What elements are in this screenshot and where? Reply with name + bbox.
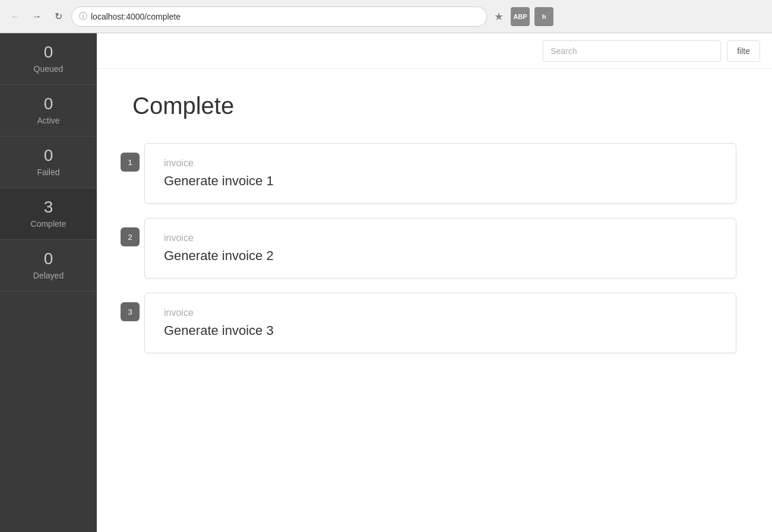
job-card-type: invoice — [164, 233, 717, 243]
extension-2[interactable]: h — [534, 7, 553, 26]
sidebar-item-queued[interactable]: 0 Queued — [0, 33, 97, 85]
top-bar: filte — [97, 33, 772, 69]
job-cards-container: 1 invoice Generate invoice 1 2 invoice G… — [132, 143, 736, 353]
sidebar-item-count-failed: 0 — [44, 147, 53, 164]
sidebar-item-count-active: 0 — [44, 96, 53, 112]
refresh-button[interactable]: ↻ — [50, 8, 67, 25]
job-card-name: Generate invoice 2 — [164, 248, 717, 264]
content-area: filte Complete 1 invoice Generate invoic… — [97, 33, 772, 532]
job-card-number: 1 — [121, 153, 140, 172]
sidebar-item-count-complete: 3 — [44, 199, 53, 216]
job-card[interactable]: invoice Generate invoice 2 — [144, 218, 736, 278]
main-content: Complete 1 invoice Generate invoice 1 2 … — [97, 69, 772, 532]
page-title: Complete — [132, 93, 736, 119]
sidebar-item-label-active: Active — [37, 116, 59, 125]
filter-button[interactable]: filte — [727, 40, 760, 62]
back-button[interactable]: ← — [7, 8, 24, 25]
job-card-wrapper: 1 invoice Generate invoice 1 — [132, 143, 736, 204]
address-bar[interactable]: ⓘ — [71, 7, 487, 27]
sidebar-item-count-delayed: 0 — [44, 251, 53, 267]
sidebar-item-delayed[interactable]: 0 Delayed — [0, 240, 97, 292]
sidebar-item-label-complete: Complete — [31, 219, 67, 229]
forward-button[interactable]: → — [29, 8, 45, 25]
job-card[interactable]: invoice Generate invoice 3 — [144, 293, 736, 353]
sidebar-item-active[interactable]: 0 Active — [0, 85, 97, 137]
sidebar: 0 Queued 0 Active 0 Failed 3 Complete 0 … — [0, 33, 97, 532]
info-icon: ⓘ — [79, 11, 87, 22]
search-input[interactable] — [543, 40, 721, 62]
main-layout: 0 Queued 0 Active 0 Failed 3 Complete 0 … — [0, 33, 772, 532]
sidebar-item-count-queued: 0 — [44, 44, 53, 61]
job-card-wrapper: 2 invoice Generate invoice 2 — [132, 218, 736, 278]
sidebar-item-complete[interactable]: 3 Complete — [0, 188, 97, 240]
job-card-type: invoice — [164, 308, 717, 318]
sidebar-item-label-failed: Failed — [37, 167, 59, 177]
job-card-wrapper: 3 invoice Generate invoice 3 — [132, 293, 736, 353]
job-card-type: invoice — [164, 158, 717, 169]
browser-chrome: ← → ↻ ⓘ ★ ABP h — [0, 0, 772, 33]
bookmark-button[interactable]: ★ — [492, 8, 506, 26]
job-card[interactable]: invoice Generate invoice 1 — [144, 143, 736, 204]
sidebar-item-label-delayed: Delayed — [33, 271, 64, 280]
job-card-number: 3 — [121, 302, 140, 321]
sidebar-item-failed[interactable]: 0 Failed — [0, 137, 97, 188]
job-card-name: Generate invoice 3 — [164, 323, 717, 338]
sidebar-item-label-queued: Queued — [34, 64, 64, 74]
adblock-extension[interactable]: ABP — [511, 7, 530, 26]
url-input[interactable] — [91, 12, 479, 21]
job-card-name: Generate invoice 1 — [164, 173, 717, 189]
job-card-number: 2 — [121, 227, 140, 246]
